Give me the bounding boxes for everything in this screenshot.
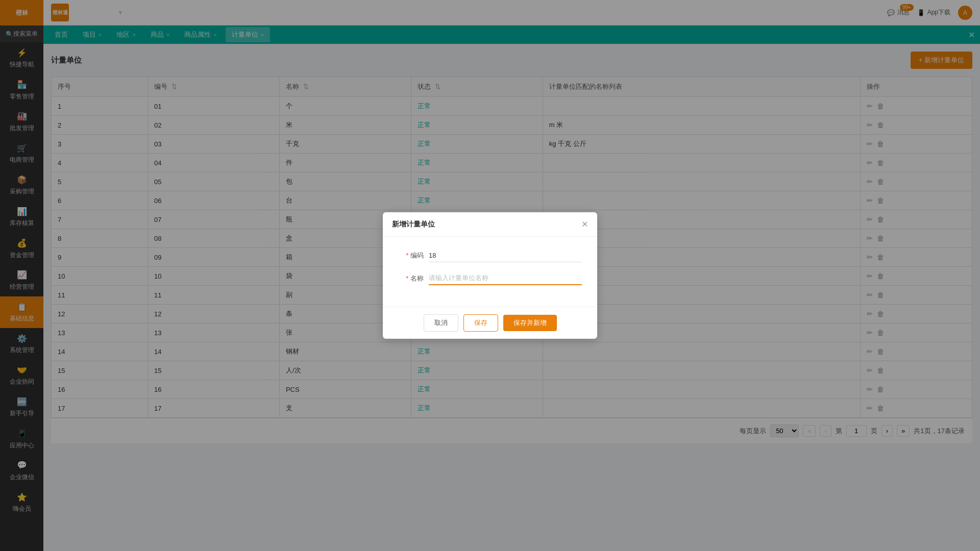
modal-body: 编码 名称: [383, 237, 597, 307]
modal-header: 新增计量单位 ✕: [383, 212, 597, 237]
form-input-code[interactable]: [429, 249, 582, 262]
form-input-name[interactable]: [429, 271, 582, 285]
form-row-code: 编码: [398, 249, 582, 262]
modal-close-button[interactable]: ✕: [581, 219, 588, 229]
save-button[interactable]: 保存: [463, 314, 498, 332]
cancel-button[interactable]: 取消: [424, 314, 458, 332]
save-and-new-button[interactable]: 保存并新增: [503, 315, 557, 331]
modal-footer: 取消 保存 保存并新增: [383, 307, 597, 339]
form-row-name: 名称: [398, 271, 582, 285]
form-label-name: 名称: [398, 274, 424, 283]
form-label-code: 编码: [398, 251, 424, 260]
modal-overlay[interactable]: 新增计量单位 ✕ 编码 名称 取消 保存 保存并新增: [0, 0, 980, 551]
modal-add-measure-unit: 新增计量单位 ✕ 编码 名称 取消 保存 保存并新增: [383, 212, 597, 339]
modal-title: 新增计量单位: [392, 220, 435, 229]
